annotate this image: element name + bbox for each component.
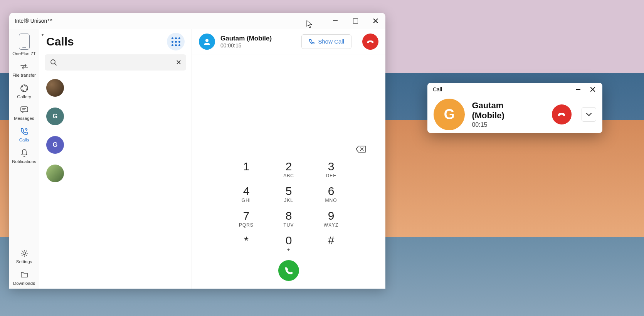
dial-key-7[interactable]: 7PQRS: [233, 210, 260, 228]
phone-icon: [19, 34, 30, 50]
caller-name: Gautam (Mobile): [220, 35, 272, 42]
keypad-toggle-button[interactable]: [167, 33, 185, 50]
messages-icon: [20, 105, 29, 114]
gallery-icon: [20, 84, 29, 93]
widget-close-button[interactable]: [585, 84, 600, 95]
titlebar-controls: [325, 13, 385, 29]
gear-icon: [20, 249, 29, 258]
window-title: Intel® Unison™: [15, 18, 52, 24]
sidebar-device[interactable]: ▾ OnePlus 7T: [9, 30, 39, 59]
sidebar-item-gallery[interactable]: Gallery: [9, 81, 39, 102]
minimize-button[interactable]: [325, 13, 345, 29]
show-call-button[interactable]: Show Call: [301, 34, 351, 49]
bell-icon: [20, 148, 29, 158]
dial-key-4[interactable]: 4GHI: [233, 185, 260, 203]
widget-minimize-button[interactable]: [571, 84, 585, 95]
titlebar: Intel® Unison™: [9, 13, 385, 29]
panel-title: Calls: [46, 35, 74, 48]
close-button[interactable]: [365, 13, 385, 29]
svg-rect-1: [21, 107, 28, 112]
widget-expand-button[interactable]: [582, 107, 596, 122]
widget-caller-name: Gautam (Mobile): [472, 101, 538, 121]
calls-panel: Calls ✕ G G: [39, 29, 192, 289]
device-label: OnePlus 7T: [12, 51, 36, 56]
widget-hangup-button[interactable]: [552, 104, 572, 124]
sidebar-item-label: Messages: [14, 116, 34, 121]
transfer-icon: [20, 62, 29, 71]
dialer-panel: Gautam (Mobile) 00:00:15 Show Call: [192, 29, 385, 289]
dial-key-6[interactable]: 6MNO: [318, 185, 345, 203]
dial-key-0[interactable]: 0+: [275, 235, 302, 252]
dial-key-8[interactable]: 8TUV: [275, 210, 302, 228]
contact-avatar[interactable]: [46, 165, 64, 182]
chevron-down-icon: ▾: [42, 33, 44, 37]
keypad-icon: [172, 37, 180, 46]
search-icon: [50, 59, 57, 66]
dial-key-1[interactable]: 1: [233, 161, 260, 178]
clear-search-button[interactable]: ✕: [176, 58, 182, 67]
app-window: Intel® Unison™ ▾ OnePlus 7T File transfe…: [9, 13, 385, 289]
search-box: ✕: [45, 54, 186, 71]
sidebar-item-label: Notifications: [12, 159, 36, 164]
sidebar-item-label: Downloads: [13, 281, 35, 286]
widget-call-info: Gautam (Mobile) 00:15: [472, 101, 538, 128]
contact-avatar[interactable]: G: [46, 136, 64, 154]
dial-key-3[interactable]: 3DEF: [318, 161, 345, 178]
dial-key-2[interactable]: 2ABC: [275, 161, 302, 178]
sidebar: ▾ OnePlus 7T File transfer Gallery Mess: [9, 29, 39, 289]
show-call-label: Show Call: [318, 38, 344, 45]
downloads-icon: [20, 270, 29, 279]
dialpad: 1 2ABC 3DEF 4GHI 5JKL 6MNO 7PQRS 8TUV 9W…: [233, 161, 345, 252]
active-call-banner: Gautam (Mobile) 00:00:15 Show Call: [192, 29, 385, 54]
svg-point-7: [205, 39, 209, 42]
svg-point-4: [23, 252, 25, 255]
dial-call-button[interactable]: [278, 260, 299, 281]
widget-avatar: G: [434, 99, 465, 130]
search-input[interactable]: [62, 59, 169, 66]
widget-title: Call: [433, 86, 442, 92]
sidebar-item-label: Calls: [19, 138, 29, 142]
caller-info: Gautam (Mobile) 00:00:15: [220, 35, 272, 49]
chevron-down-icon: [586, 113, 592, 116]
dial-key-star[interactable]: *: [233, 235, 260, 252]
dial-key-5[interactable]: 5JKL: [275, 185, 302, 203]
sidebar-item-label: Gallery: [17, 94, 31, 99]
maximize-button[interactable]: [345, 13, 365, 29]
phone-icon: [309, 39, 315, 45]
widget-duration: 00:15: [472, 121, 538, 128]
call-duration: 00:00:15: [220, 42, 272, 49]
calls-icon: [20, 127, 29, 136]
sidebar-item-calls[interactable]: Calls: [9, 124, 39, 145]
sidebar-item-downloads[interactable]: Downloads: [9, 267, 39, 289]
dial-key-hash[interactable]: #: [318, 235, 345, 252]
contact-avatar[interactable]: G: [46, 108, 64, 125]
dial-key-9[interactable]: 9WXYZ: [318, 210, 345, 228]
sidebar-item-settings[interactable]: Settings: [9, 245, 39, 267]
caller-avatar: [199, 34, 215, 50]
widget-avatar-initial: G: [444, 106, 455, 123]
avatar-initial: G: [53, 113, 57, 120]
svg-line-6: [55, 64, 56, 65]
sidebar-item-notifications[interactable]: Notifications: [9, 145, 39, 167]
contact-list: G G: [39, 75, 192, 186]
call-widget: Call G Gautam (Mobile) 00:15: [427, 83, 602, 133]
backspace-button[interactable]: [355, 145, 366, 153]
sidebar-item-label: File transfer: [12, 73, 36, 77]
hangup-button[interactable]: [362, 34, 378, 50]
avatar-initial: G: [53, 141, 57, 148]
svg-point-5: [51, 60, 55, 64]
sidebar-item-label: Settings: [16, 259, 32, 264]
sidebar-item-file-transfer[interactable]: File transfer: [9, 59, 39, 81]
sidebar-item-messages[interactable]: Messages: [9, 102, 39, 124]
contact-avatar[interactable]: [46, 79, 64, 97]
